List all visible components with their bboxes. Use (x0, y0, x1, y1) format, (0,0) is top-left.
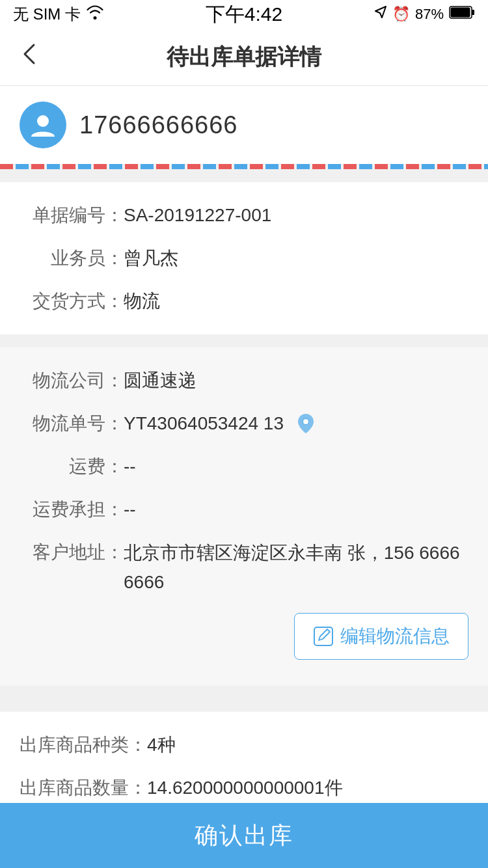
freight-bearer-label: 运费承担： (20, 496, 124, 523)
delivery-label: 交货方式： (20, 288, 124, 315)
back-button[interactable] (16, 36, 43, 78)
status-time: 下午4:42 (206, 1, 282, 28)
edit-button-row: 编辑物流信息 (20, 613, 468, 666)
freight-label: 运费： (20, 453, 124, 480)
company-label: 物流公司： (20, 367, 124, 394)
alarm-icon: ⏰ (392, 6, 410, 23)
tracking-value: YT43064053424 13 (124, 410, 468, 437)
delivery-value: 物流 (124, 288, 468, 315)
goods-quantity-value: 14.620000000000001件 (147, 774, 468, 802)
company-row: 物流公司： 圆通速递 (20, 367, 468, 394)
delivery-row: 交货方式： 物流 (20, 288, 468, 315)
document-value: SA-20191227-001 (124, 202, 468, 229)
freight-bearer-row: 运费承担： -- (20, 496, 468, 523)
nav-bar: 待出库单据详情 (0, 29, 488, 86)
edit-icon (313, 626, 334, 647)
status-right: ⏰ 87% (374, 5, 475, 23)
goods-type-label: 出库商品种类： (20, 731, 147, 759)
freight-bearer-value: -- (124, 496, 468, 523)
customer-header: 17666666666 (0, 86, 488, 164)
svg-point-3 (37, 115, 49, 127)
document-row: 单据编号： SA-20191227-001 (20, 202, 468, 229)
edit-logistics-button[interactable]: 编辑物流信息 (294, 613, 468, 660)
battery-icon (449, 5, 475, 23)
tracking-label: 物流单号： (20, 410, 124, 437)
dashed-divider (0, 164, 488, 169)
company-value: 圆通速递 (124, 367, 468, 394)
svg-rect-2 (451, 8, 470, 18)
customer-phone: 17666666666 (79, 111, 237, 139)
svg-rect-1 (472, 10, 474, 15)
address-value: 北京市市辖区海淀区永丰南 张，156 6666 6666 (124, 539, 468, 597)
tracking-number: YT43064053424 13 (124, 410, 284, 437)
page-title: 待出库单据详情 (167, 42, 321, 72)
document-label: 单据编号： (20, 202, 124, 229)
goods-quantity-label: 出库商品数量： (20, 774, 147, 802)
edit-logistics-label: 编辑物流信息 (340, 624, 450, 649)
goods-type-row: 出库商品种类： 4种 (20, 731, 468, 759)
freight-value: -- (124, 453, 468, 480)
svg-point-5 (303, 419, 308, 424)
svg-rect-6 (314, 627, 332, 645)
salesman-value: 曾凡杰 (124, 245, 468, 272)
goods-type-value: 4种 (147, 731, 468, 759)
status-bar: 无 SIM 卡 下午4:42 ⏰ 87% (0, 0, 488, 29)
address-row: 客户地址： 北京市市辖区海淀区永丰南 张，156 6666 6666 (20, 539, 468, 597)
confirm-button-label: 确认出库 (195, 820, 293, 852)
wifi-icon (86, 5, 104, 23)
status-left: 无 SIM 卡 (13, 4, 104, 25)
avatar (20, 102, 66, 148)
salesman-label: 业务员： (20, 245, 124, 272)
tracking-row: 物流单号： YT43064053424 13 (20, 410, 468, 437)
confirm-button-bar[interactable]: 确认出库 (0, 803, 488, 868)
location-status-icon (374, 5, 387, 23)
logistics-card: 物流公司： 圆通速递 物流单号： YT43064053424 13 运费： --… (0, 347, 488, 686)
battery-text: 87% (415, 6, 444, 23)
tracking-location-icon[interactable] (294, 412, 318, 435)
section-divider (0, 686, 488, 699)
freight-row: 运费： -- (20, 453, 468, 480)
address-label: 客户地址： (20, 539, 124, 566)
carrier-text: 无 SIM 卡 (13, 4, 81, 25)
content: 17666666666 单据编号： SA-20191227-001 业务员： 曾… (0, 86, 488, 868)
goods-quantity-row: 出库商品数量： 14.620000000000001件 (20, 774, 468, 802)
order-info-section: 单据编号： SA-20191227-001 业务员： 曾凡杰 交货方式： 物流 (0, 182, 488, 334)
salesman-row: 业务员： 曾凡杰 (20, 245, 468, 272)
